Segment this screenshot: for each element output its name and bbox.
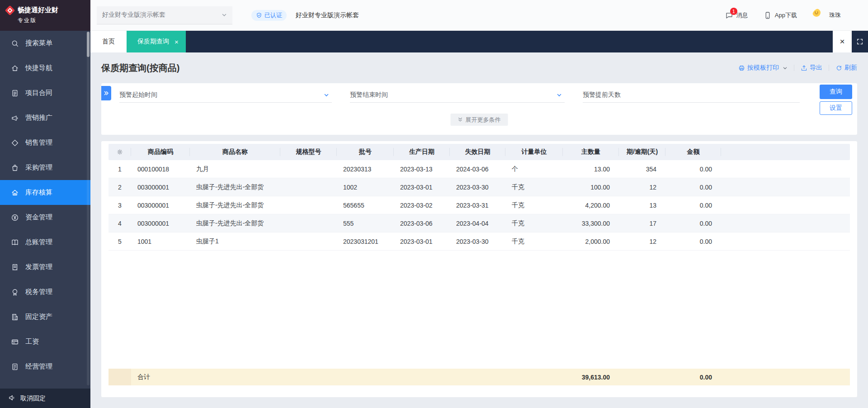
cell-row-number: 1 <box>108 160 131 178</box>
close-page-icon[interactable]: × <box>833 31 852 52</box>
cell-overdue: 12 <box>619 178 665 196</box>
cell-filler <box>721 232 850 250</box>
cell-prod_date: 2023-03-01 <box>394 178 450 196</box>
app-download-label: App下载 <box>775 11 797 19</box>
filter-collapse-button[interactable] <box>101 86 111 100</box>
cell-prod_date: 2023-03-06 <box>394 214 450 232</box>
chevron-down-icon <box>222 12 227 18</box>
app-logo: 畅捷通好业财 专业版 <box>0 0 90 31</box>
sidebar-item-ledger[interactable]: 总账管理 <box>0 230 90 255</box>
column-header-0: 商品编码 <box>131 144 190 160</box>
tab-close-icon[interactable]: × <box>175 38 179 45</box>
cell-exp_date: 2023-03-30 <box>450 232 505 250</box>
column-header-8: 期/逾期(天) <box>619 144 665 160</box>
query-button[interactable]: 查询 <box>820 85 852 99</box>
sidebar-item-salary[interactable]: 工资 <box>0 329 90 354</box>
table-row[interactable]: 4003000001虫腿子-先进先出-全部货5552023-03-062023-… <box>108 214 850 232</box>
total-amount: 0.00 <box>665 369 721 385</box>
brand-logo-icon <box>5 5 15 15</box>
sales-icon <box>11 139 19 147</box>
account-select-value: 好业财专业版演示帐套 <box>102 11 165 19</box>
export-icon <box>801 65 807 71</box>
table-row[interactable]: 51001虫腿子120230312012023-03-012023-03-30千… <box>108 232 850 251</box>
table-row[interactable]: 3003000001虫腿子-先进先出-全部货5656552023-03-0220… <box>108 196 850 214</box>
refresh-button[interactable]: 刷新 <box>835 64 857 72</box>
cell-batch: 1002 <box>337 178 394 196</box>
account-select[interactable]: 好业财专业版演示帐套 <box>97 6 232 24</box>
search-icon <box>11 39 19 47</box>
topbar-right: 1 消息 App下载 珠珠 <box>725 9 841 22</box>
cell-qty: 13.00 <box>563 160 619 178</box>
print-by-template-button[interactable]: 按模板打印 <box>738 64 788 72</box>
fullscreen-icon[interactable] <box>852 31 868 52</box>
cell-row-number: 4 <box>108 214 131 232</box>
table-row[interactable]: 2003000001虫腿子-先进先出-全部货10022023-03-012023… <box>108 178 850 196</box>
table-row[interactable]: 1000100018九月202303132023-03-132024-03-06… <box>108 160 850 178</box>
export-button[interactable]: 导出 <box>801 64 822 72</box>
tab-current[interactable]: 保质期查询 × <box>127 31 186 52</box>
cell-unit: 个 <box>505 160 563 178</box>
cell-amount: 0.00 <box>665 232 721 250</box>
filter-days-ahead-input[interactable]: 预警提前天数 <box>583 87 800 103</box>
cell-overdue: 354 <box>619 160 665 178</box>
sidebar: 畅捷通好业财 专业版 搜索菜单快捷导航项目合同营销推广销售管理采购管理库存核算资… <box>0 0 90 408</box>
cell-spec <box>280 232 337 250</box>
main-area: 好业财专业版演示帐套 已认证 好业财专业版演示帐套 1 消息 App下 <box>90 0 868 408</box>
sidebar-item-megaphone[interactable]: 营销推广 <box>0 105 90 130</box>
cell-prod_date: 2023-03-02 <box>394 196 450 214</box>
top-bar: 好业财专业版演示帐套 已认证 好业财专业版演示帐套 1 消息 App下 <box>90 0 868 31</box>
filter-start-date-label: 预警起始时间 <box>119 91 157 99</box>
column-header-7: 主数量 <box>563 144 619 160</box>
table-header: 商品编码商品名称规格型号批号生产日期失效日期计量单位主数量期/逾期(天)金额 <box>108 144 850 160</box>
sidebar-item-sales[interactable]: 销售管理 <box>0 130 90 155</box>
unpin-sidebar-button[interactable]: 取消固定 <box>0 389 90 408</box>
cell-exp_date: 2023-03-31 <box>450 196 505 214</box>
cell-overdue: 13 <box>619 196 665 214</box>
sidebar-scrollbar-thumb[interactable] <box>87 32 90 57</box>
settings-button[interactable]: 设置 <box>820 101 852 115</box>
sidebar-item-assets[interactable]: 固定资产 <box>0 304 90 329</box>
cell-amount: 0.00 <box>665 178 721 196</box>
cell-unit: 千克 <box>505 214 563 232</box>
table-settings-gear-icon[interactable] <box>108 144 131 160</box>
sidebar-item-tax[interactable]: 税务管理 <box>0 280 90 304</box>
column-header-9: 金额 <box>665 144 721 160</box>
cell-prod_date: 2023-03-01 <box>394 232 450 250</box>
account-title: 好业财专业版演示帐套 <box>296 11 359 19</box>
filter-start-date-select[interactable]: 预警起始时间 <box>119 87 332 103</box>
user-name: 珠珠 <box>829 11 841 19</box>
sidebar-item-search[interactable]: 搜索菜单 <box>0 31 90 56</box>
user-menu[interactable]: 珠珠 <box>812 9 841 22</box>
sidebar-scrollbar[interactable] <box>87 32 90 385</box>
divider <box>829 65 829 71</box>
sidebar-item-contract[interactable]: 项目合同 <box>0 81 90 105</box>
sidebar-item-purchase[interactable]: 采购管理 <box>0 155 90 180</box>
cell-amount: 0.00 <box>665 160 721 178</box>
page-actions: 按模板打印 导出 刷新 <box>738 64 857 72</box>
messages-label: 消息 <box>736 11 748 19</box>
app-download-button[interactable]: App下载 <box>764 11 797 19</box>
messages-button[interactable]: 1 消息 <box>725 11 748 19</box>
sidebar-item-inventory[interactable]: 库存核算 <box>0 180 90 205</box>
messages-badge: 1 <box>730 8 737 15</box>
filter-days-ahead-label: 预警提前天数 <box>583 91 621 99</box>
sidebar-item-invoice[interactable]: 发票管理 <box>0 255 90 280</box>
cell-code: 1001 <box>131 232 190 250</box>
cell-spec <box>280 214 337 232</box>
app-window: 畅捷通好业财 专业版 搜索菜单快捷导航项目合同营销推广销售管理采购管理库存核算资… <box>0 0 868 408</box>
cell-name: 虫腿子-先进先出-全部货 <box>190 196 280 214</box>
tab-home[interactable]: 首页 <box>90 31 127 52</box>
sidebar-item-funds[interactable]: 资金管理 <box>0 205 90 230</box>
expand-more-conditions-button[interactable]: 展开更多条件 <box>451 114 508 126</box>
sidebar-item-operations[interactable]: 经营管理 <box>0 354 90 379</box>
sidebar-item-circle[interactable] <box>0 379 90 389</box>
cell-spec <box>280 178 337 196</box>
inventory-icon <box>11 189 19 197</box>
cell-amount: 0.00 <box>665 214 721 232</box>
filter-end-date-label: 预警结束时间 <box>350 91 388 99</box>
table-total-row: 合计39,613.000.00 <box>108 369 850 385</box>
cell-filler <box>721 160 850 178</box>
sidebar-item-nav[interactable]: 快捷导航 <box>0 56 90 81</box>
filter-end-date-select[interactable]: 预警结束时间 <box>350 87 565 103</box>
sidebar-menu: 搜索菜单快捷导航项目合同营销推广销售管理采购管理库存核算资金管理总账管理发票管理… <box>0 31 90 389</box>
